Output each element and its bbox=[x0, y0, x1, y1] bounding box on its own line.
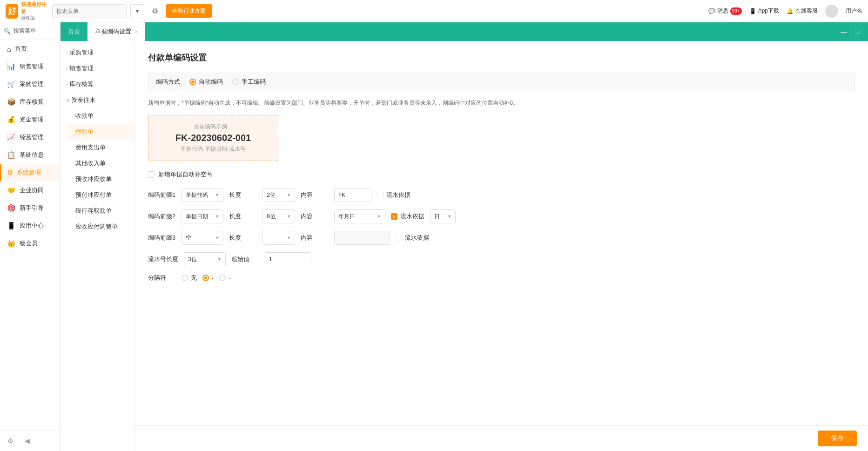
sidebar-item-home[interactable]: ⌂ 首页 bbox=[0, 40, 60, 58]
subnav-item-expense[interactable]: 费用支出单 bbox=[68, 140, 135, 155]
length3-label: 长度 bbox=[229, 234, 257, 242]
subnav-group-sales[interactable]: › 销售管理 bbox=[61, 61, 135, 76]
serial2-checkbox[interactable]: ✓ 流水依据 bbox=[391, 212, 424, 221]
sidebar-collapse-btn[interactable]: ◀ bbox=[20, 434, 34, 447]
sidebar-item-label: 资金管理 bbox=[20, 115, 44, 124]
sidebar-item-operations[interactable]: 📈 经营管理 bbox=[0, 128, 60, 146]
prefix3-label: 编码前缀3 bbox=[148, 234, 176, 242]
prefix2-select[interactable]: 单据日期 ▼ bbox=[182, 209, 223, 223]
serial3-checkbox-box bbox=[396, 235, 402, 241]
tab-home[interactable]: 首页 bbox=[61, 22, 87, 41]
save-button[interactable]: 保存 bbox=[818, 431, 857, 446]
logo-icon: 好 bbox=[6, 4, 18, 19]
prefix1-select[interactable]: 单据代码 ▼ bbox=[182, 188, 223, 202]
sidebar-item-finance[interactable]: 💰 资金管理 bbox=[0, 111, 60, 128]
sidebar-item-enterprise[interactable]: 🤝 企业协同 bbox=[0, 182, 60, 199]
sep-dot2-dot bbox=[219, 275, 226, 281]
subnav-item-otherincome[interactable]: 其他收入单 bbox=[68, 155, 135, 171]
subnav-item-adjust[interactable]: 应收应付调整单 bbox=[68, 219, 135, 235]
length1-input[interactable]: 2位 ▼ bbox=[262, 188, 295, 202]
length2-input[interactable]: 8位 ▼ bbox=[262, 209, 295, 223]
subnav-group-purchase[interactable]: › 采购管理 bbox=[61, 45, 135, 61]
newbie-icon: 🎯 bbox=[7, 204, 16, 212]
serial3-label: 流水依据 bbox=[405, 234, 429, 242]
sep-none-label: 无 bbox=[191, 274, 197, 282]
purchase-icon: 🛒 bbox=[7, 80, 16, 88]
sidebar-item-basic[interactable]: 📋 基础信息 bbox=[0, 146, 60, 164]
subnav-item-prepay-pay[interactable]: 预付冲应付单 bbox=[68, 187, 135, 203]
sep-dot-dot bbox=[202, 275, 209, 281]
sidebar-item-purchase[interactable]: 🛒 采购管理 bbox=[0, 75, 60, 93]
sidebar-search-btn[interactable]: 🔍 搜索菜单 bbox=[0, 22, 60, 40]
dropdown-btn[interactable]: ▼ bbox=[130, 4, 144, 18]
content2-select[interactable]: 年月日 ▼ bbox=[334, 209, 385, 223]
tab-encoding[interactable]: 单据编码设置 × bbox=[87, 22, 145, 41]
sidebar-settings-btn[interactable]: ⚙ bbox=[4, 434, 17, 447]
sidebar-item-label: 基础信息 bbox=[20, 151, 44, 159]
sidebar-item-label: 首页 bbox=[15, 45, 27, 53]
subnav-group-label: 库存核算 bbox=[69, 80, 94, 88]
sidebar-item-label: 企业协同 bbox=[20, 186, 44, 195]
serial3-checkbox[interactable]: 流水依据 bbox=[396, 234, 429, 242]
auto-fill-checkbox[interactable] bbox=[148, 171, 155, 178]
chevron-right-icon: › bbox=[66, 50, 67, 55]
sidebar-item-appcenter[interactable]: 📱 应用中心 bbox=[0, 217, 60, 235]
basic-icon: 📋 bbox=[7, 151, 16, 159]
sidebar-item-member[interactable]: 👑 畅会员 bbox=[0, 235, 60, 252]
page-content: › 采购管理 › 销售管理 › 库存核算 ∨ 资金往来 收款单 付款单 bbox=[61, 41, 868, 451]
content2-arrow: ▼ bbox=[377, 214, 381, 219]
sep-dot2-radio[interactable]: · bbox=[219, 275, 230, 282]
serial1-checkbox[interactable]: 流水依据 bbox=[377, 191, 410, 199]
serial1-label: 流水依据 bbox=[386, 191, 410, 199]
subnav-item-payment[interactable]: 付款单 bbox=[68, 124, 135, 140]
sidebar-item-label: 新手引导 bbox=[20, 204, 44, 212]
tab-close-btn[interactable]: × bbox=[135, 29, 138, 34]
content-area: 首页 单据编码设置 × — □ › 采购管理 › 销售管理 bbox=[61, 22, 868, 451]
content1-label: 内容 bbox=[301, 191, 329, 199]
subnav-item-prepay-receive[interactable]: 预收冲应收单 bbox=[68, 171, 135, 187]
sidebar-item-system[interactable]: ⚙ 系统管理 bbox=[0, 164, 60, 182]
auto-code-label: 自动编码 bbox=[199, 78, 223, 86]
topbar-center: ▼ ⚙ 体验行业方案 bbox=[52, 4, 704, 18]
sidebar-item-sales[interactable]: 📊 销售管理 bbox=[0, 58, 60, 75]
tabs-minimize-btn[interactable]: — bbox=[838, 26, 849, 37]
sidebar-item-label: 畅会员 bbox=[20, 239, 38, 248]
length3-input[interactable]: ▼ bbox=[262, 231, 295, 245]
content1-input[interactable]: FK bbox=[334, 188, 371, 202]
sep-none-radio[interactable]: 无 bbox=[182, 274, 197, 282]
prefix3-select[interactable]: 空 ▼ bbox=[182, 231, 223, 245]
settings-btn[interactable]: ⚙ bbox=[148, 4, 162, 18]
tabs-maximize-btn[interactable]: □ bbox=[852, 26, 863, 37]
auto-code-radio-dot bbox=[189, 79, 196, 85]
content3-input[interactable] bbox=[334, 231, 390, 245]
trial-btn[interactable]: 体验行业方案 bbox=[166, 4, 212, 18]
serial2-period-arrow: ▼ bbox=[447, 214, 451, 219]
sidebar-item-label: 经营管理 bbox=[20, 133, 44, 141]
content2-label: 内容 bbox=[301, 212, 329, 221]
appcenter-icon: 📱 bbox=[7, 222, 16, 230]
app-btn[interactable]: 📱 App下载 bbox=[749, 7, 779, 15]
tabs-bar-right: — □ bbox=[838, 22, 868, 41]
serial2-period-select[interactable]: 日 ▼ bbox=[430, 209, 456, 223]
auto-code-radio[interactable]: 自动编码 bbox=[189, 78, 223, 86]
prefix3-row: 编码前缀3 空 ▼ 长度 ▼ 内容 bbox=[148, 231, 855, 245]
subnav-group-capital[interactable]: ∨ 资金往来 bbox=[61, 92, 135, 108]
sidebar-item-inventory[interactable]: 📦 库存核算 bbox=[0, 93, 60, 111]
subnav-sub-capital: 收款单 付款单 费用支出单 其他收入单 预收冲应收单 预付冲应付单 银行存取款单… bbox=[61, 108, 135, 235]
sidebar-item-label: 销售管理 bbox=[20, 62, 44, 71]
subnav-group-inventory[interactable]: › 库存核算 bbox=[61, 76, 135, 92]
subnav-item-bank[interactable]: 银行存取款单 bbox=[68, 203, 135, 219]
sidebar-item-newbie[interactable]: 🎯 新手引导 bbox=[0, 199, 60, 217]
sidebar: 🔍 搜索菜单 ⌂ 首页 📊 销售管理 🛒 采购管理 📦 库存核算 💰 资金管理 … bbox=[0, 22, 61, 451]
avatar[interactable] bbox=[825, 5, 838, 18]
subnav-item-receipt[interactable]: 收款单 bbox=[68, 108, 135, 124]
msg-btn[interactable]: 💬 消息 99+ bbox=[708, 7, 742, 15]
serial-length-select[interactable]: 3位 ▼ bbox=[184, 252, 226, 266]
serial-length-label: 流水号长度 bbox=[148, 255, 178, 263]
service-btn[interactable]: 🔔 在线客服 bbox=[787, 7, 818, 15]
sep-dot-radio[interactable]: · bbox=[202, 275, 214, 282]
msg-label: 消息 bbox=[717, 7, 728, 15]
search-input[interactable] bbox=[52, 4, 127, 18]
manual-code-radio[interactable]: 手工编码 bbox=[232, 78, 266, 86]
start-value-input[interactable] bbox=[265, 252, 311, 266]
